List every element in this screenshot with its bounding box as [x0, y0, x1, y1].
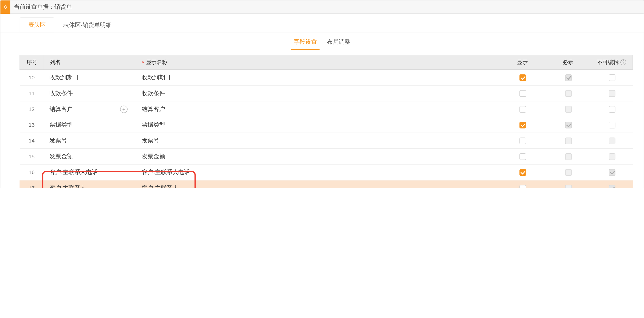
row-name: 收款到期日 [44, 74, 136, 81]
required-cell [546, 106, 591, 112]
table-row[interactable]: 12结算客户+结算客户 [20, 101, 633, 117]
noedit-checkbox[interactable] [609, 122, 616, 128]
row-display-name[interactable]: 客户.主联系人电话 [136, 168, 500, 176]
sidebar-toggle-button[interactable] [0, 0, 10, 14]
row-name: 发票金额 [44, 152, 136, 160]
noedit-checkbox [609, 185, 616, 188]
required-cell [546, 122, 591, 128]
row-seq: 12 [20, 101, 44, 117]
show-cell [500, 122, 546, 128]
row-display-name[interactable]: 收款条件 [136, 90, 500, 97]
tab-body-area[interactable]: 表体区-销货单明细 [54, 18, 120, 32]
row-display-name[interactable]: 票据类型 [136, 121, 500, 129]
required-mark: * [142, 59, 144, 66]
noedit-checkbox [609, 153, 616, 160]
col-header-show: 显示 [500, 58, 545, 66]
required-checkbox [565, 137, 572, 144]
row-seq: 16 [20, 165, 44, 180]
row-name: 客户.主联系人电话 [44, 168, 136, 176]
row-display-name[interactable]: 发票金额 [136, 152, 500, 160]
noedit-checkbox [609, 169, 616, 176]
col-header-name: 列名 [44, 58, 136, 66]
row-display-name[interactable]: 发票号 [136, 137, 500, 144]
help-icon[interactable]: ? [620, 60, 626, 66]
row-display-name[interactable]: 收款到期日 [136, 74, 500, 81]
table-row[interactable]: 17客户.主联系人客户.主联系人 [20, 180, 633, 188]
required-checkbox [565, 185, 572, 188]
required-cell [546, 90, 591, 97]
tab-header-area[interactable]: 表头区 [20, 18, 54, 32]
show-checkbox[interactable] [520, 122, 526, 128]
noedit-checkbox[interactable] [609, 106, 616, 112]
show-cell [500, 153, 546, 160]
required-checkbox [565, 74, 572, 81]
show-checkbox[interactable] [520, 74, 526, 81]
row-seq: 13 [20, 117, 44, 132]
row-seq: 10 [20, 70, 44, 85]
required-cell [546, 137, 591, 144]
col-header-noedit: 不可编辑 ? [591, 58, 632, 66]
row-name: 票据类型 [44, 121, 136, 129]
required-cell [546, 185, 591, 188]
noedit-checkbox [609, 137, 616, 144]
show-checkbox[interactable] [520, 137, 526, 144]
show-cell [500, 169, 546, 176]
row-seq: 15 [20, 149, 44, 164]
noedit-cell [591, 74, 633, 81]
tab-field-settings[interactable]: 字段设置 [291, 38, 320, 50]
header-bar: 当前设置单据：销货单 [0, 0, 644, 14]
table-row[interactable]: 13票据类型票据类型 [20, 117, 633, 133]
row-display-name[interactable]: 结算客户 [136, 105, 500, 113]
row-name: 结算客户+ [44, 105, 136, 113]
row-name: 收款条件 [44, 90, 136, 97]
table-row[interactable]: 14发票号发票号 [20, 133, 633, 149]
col-header-display: * 显示名称 [136, 58, 500, 66]
show-checkbox[interactable] [520, 106, 526, 112]
show-checkbox[interactable] [520, 153, 526, 160]
show-cell [500, 185, 546, 188]
table-body: 10收款到期日收款到期日11收款条件收款条件12结算客户+结算客户13票据类型票… [20, 70, 633, 188]
noedit-checkbox[interactable] [609, 74, 616, 81]
noedit-checkbox [609, 90, 616, 97]
required-cell [546, 153, 591, 160]
show-checkbox[interactable] [520, 90, 526, 97]
required-checkbox [565, 169, 572, 176]
table-row[interactable]: 16客户.主联系人电话客户.主联系人电话 [20, 165, 633, 180]
row-display-name[interactable]: 客户.主联系人 [136, 184, 500, 188]
table-row[interactable]: 10收款到期日收款到期日 [20, 70, 633, 86]
noedit-cell [591, 106, 633, 112]
show-cell [500, 106, 546, 112]
required-checkbox [565, 90, 572, 97]
col-header-display-text: 显示名称 [146, 58, 168, 66]
noedit-cell [591, 153, 633, 160]
table-row[interactable]: 11收款条件收款条件 [20, 86, 633, 101]
show-cell [500, 137, 546, 144]
required-checkbox [565, 106, 572, 112]
row-name: 客户.主联系人 [44, 184, 136, 188]
row-seq: 17 [20, 180, 44, 188]
noedit-cell [591, 122, 633, 128]
required-checkbox [565, 122, 572, 128]
col-header-seq: 序号 [20, 55, 44, 70]
noedit-cell [591, 90, 633, 97]
noedit-cell [591, 169, 633, 176]
show-cell [500, 74, 546, 81]
show-cell [500, 90, 546, 97]
table-row[interactable]: 15发票金额发票金额 [20, 149, 633, 165]
primary-tabs: 表头区 表体区-销货单明细 [0, 14, 644, 32]
required-checkbox [565, 153, 572, 160]
table-header: 序号 列名 * 显示名称 显示 必录 不可编辑 ? [20, 55, 633, 70]
noedit-cell [591, 185, 633, 188]
tab-layout-adjust[interactable]: 布局调整 [324, 38, 353, 50]
add-child-button[interactable]: + [120, 105, 128, 113]
show-checkbox[interactable] [520, 185, 526, 188]
page-title: 当前设置单据：销货单 [10, 3, 72, 11]
chevron-double-right-icon [3, 4, 8, 9]
row-seq: 14 [20, 133, 44, 148]
show-checkbox[interactable] [520, 169, 526, 176]
row-name: 发票号 [44, 137, 136, 144]
row-seq: 11 [20, 86, 44, 101]
col-header-noedit-text: 不可编辑 [597, 58, 619, 66]
required-cell [546, 74, 591, 81]
secondary-tabs: 字段设置 布局调整 [0, 32, 644, 50]
